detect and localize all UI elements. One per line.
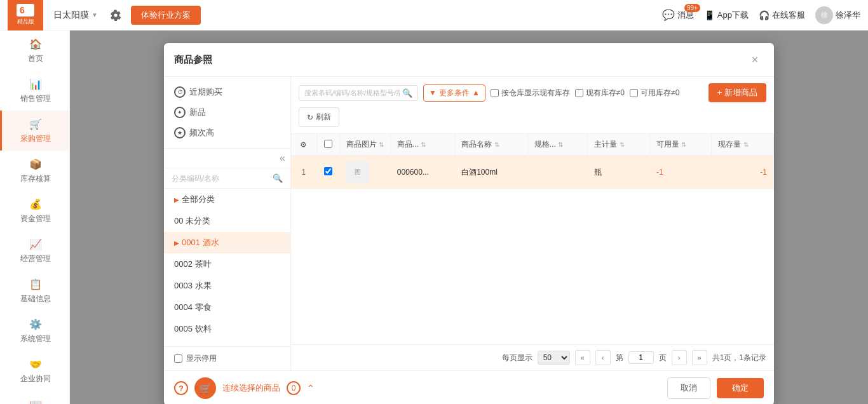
- category-search-icon[interactable]: 🔍: [273, 173, 283, 183]
- confirm-btn[interactable]: 确定: [717, 378, 764, 398]
- product-reference-modal: 商品参照 × ⏱ 近期购买: [164, 43, 774, 404]
- frequent-icon: ★: [174, 127, 186, 138]
- select-all-checkbox[interactable]: [324, 140, 332, 148]
- product-thumbnail: 图: [346, 161, 369, 184]
- product-search-icon[interactable]: 🔍: [402, 88, 412, 98]
- modal-header: 商品参照 ×: [164, 43, 774, 77]
- category-0001-label: 0001 酒水: [182, 237, 219, 248]
- product-stock: -1: [760, 168, 767, 177]
- th-available-label: 可用量: [656, 140, 679, 149]
- sales-icon: 📊: [29, 77, 43, 91]
- modal-close-btn[interactable]: ×: [746, 51, 764, 69]
- th-name-sort-icon[interactable]: ⇅: [494, 141, 499, 148]
- tab-recent-purchase[interactable]: ⏱ 近期购买: [164, 82, 290, 102]
- stock-ne0-checkbox[interactable]: [575, 89, 583, 97]
- finance-icon: 💰: [29, 197, 43, 211]
- available-ne0-checkbox[interactable]: [630, 89, 638, 97]
- sidebar-item-guide[interactable]: 📖 新手引导: [0, 391, 69, 404]
- store-selector[interactable]: 日太阳膜 ▼: [53, 10, 98, 21]
- sidebar-item-finance[interactable]: 💰 资金管理: [0, 191, 69, 231]
- product-table-area: ⚙ 商品图片 ⇅: [291, 134, 774, 344]
- sidebar-item-operations[interactable]: 📈 经营管理: [0, 231, 69, 271]
- tab-recent-label: 近期购买: [189, 86, 222, 98]
- category-0005[interactable]: 0005 饮料: [164, 318, 290, 340]
- online-service-label: 在线客服: [772, 10, 805, 21]
- user-profile[interactable]: 徐 徐泽华: [815, 6, 860, 24]
- th-stock-sort-icon[interactable]: ⇅: [743, 141, 749, 148]
- category-search-input[interactable]: [172, 174, 269, 183]
- row-unit: 瓶: [588, 156, 650, 189]
- page-size-select[interactable]: 20 50 100: [538, 351, 570, 365]
- first-page-btn[interactable]: «: [575, 350, 590, 365]
- sidebar-item-enterprise[interactable]: 🤝 企业协同: [0, 351, 69, 391]
- category-0004[interactable]: 0004 零食: [164, 297, 290, 318]
- footer-collapse-btn[interactable]: ⌃: [307, 383, 315, 393]
- sidebar-item-purchase[interactable]: 🛒 采购管理: [0, 111, 69, 151]
- row-select-checkbox[interactable]: [324, 167, 332, 175]
- experience-btn[interactable]: 体验行业方案: [131, 6, 201, 25]
- category-0002[interactable]: 0002 茶叶: [164, 253, 290, 275]
- page-number-input[interactable]: [628, 351, 654, 364]
- category-0005-label: 0005 饮料: [174, 323, 212, 335]
- show-disabled-label[interactable]: 显示停用: [186, 353, 217, 364]
- th-settings[interactable]: ⚙: [291, 134, 316, 156]
- prev-page-btn[interactable]: ‹: [595, 350, 611, 365]
- page-label-before: 第: [616, 353, 623, 363]
- purchase-icon: 🛒: [29, 117, 43, 131]
- settings-btn[interactable]: [105, 5, 126, 25]
- sidebar-item-basic[interactable]: 📋 基础信息: [0, 271, 69, 311]
- warehouse-stock-checkbox-group[interactable]: 按仓库显示现有库存: [491, 88, 570, 98]
- username: 徐泽华: [836, 10, 860, 21]
- stock-ne0-checkbox-group[interactable]: 现有库存≠0: [575, 88, 625, 98]
- row-image: 图: [339, 156, 390, 189]
- row-checkbox[interactable]: [316, 156, 339, 189]
- refresh-btn[interactable]: ↻ 刷新: [299, 107, 339, 127]
- sidebar-item-sales[interactable]: 📊 销售管理: [0, 71, 69, 111]
- warehouse-stock-label: 按仓库显示现有库存: [501, 88, 570, 98]
- sidebar-item-inventory[interactable]: 📦 库存核算: [0, 151, 69, 191]
- tab-frequent[interactable]: ★ 频次高: [164, 123, 290, 143]
- app-download-btn[interactable]: 📱 App下载: [704, 10, 749, 21]
- page-size-label: 每页显示: [502, 353, 532, 363]
- category-0003[interactable]: 0003 水果: [164, 275, 290, 297]
- show-disabled-checkbox[interactable]: [174, 354, 182, 363]
- category-00[interactable]: 00 未分类: [164, 210, 290, 232]
- warehouse-stock-checkbox[interactable]: [491, 89, 499, 97]
- next-page-btn[interactable]: ›: [672, 350, 687, 365]
- table-row[interactable]: 1 图: [291, 156, 774, 189]
- sidebar-label-purchase: 采购管理: [20, 133, 51, 144]
- product-search-input[interactable]: [304, 88, 400, 97]
- tab-frequent-label: 频次高: [189, 127, 214, 138]
- home-icon: 🏠: [29, 37, 43, 51]
- sidebar-label-system: 系统管理: [20, 333, 51, 344]
- tab-new-products[interactable]: ✦ 新品: [164, 102, 290, 123]
- sidebar-item-system[interactable]: ⚙️ 系统管理: [0, 311, 69, 351]
- th-spec-sort-icon[interactable]: ⇅: [558, 141, 563, 148]
- avatar: 徐: [815, 6, 833, 24]
- category-all[interactable]: ▶ 全部分类: [164, 189, 290, 210]
- category-0001[interactable]: ▶ 0001 酒水: [164, 232, 290, 253]
- cancel-btn[interactable]: 取消: [667, 377, 710, 399]
- more-filter-btn[interactable]: ▼ 更多条件 ▲: [423, 84, 485, 102]
- sidebar-item-home[interactable]: 🏠 首页: [0, 30, 69, 71]
- messages-btn[interactable]: 💬 消息 99+: [662, 9, 694, 21]
- th-unit-sort-icon[interactable]: ⇅: [620, 141, 625, 148]
- available-ne0-checkbox-group[interactable]: 可用库存≠0: [630, 88, 679, 98]
- collapse-left-panel-btn[interactable]: «: [164, 149, 290, 168]
- add-product-btn[interactable]: + 新增商品: [709, 83, 766, 102]
- table-header-row: ⚙ 商品图片 ⇅: [291, 134, 774, 156]
- category-0008[interactable]: 0008 水: [164, 340, 290, 346]
- cart-btn[interactable]: 🛒: [194, 377, 216, 399]
- cart-count-badge: 0: [287, 381, 301, 395]
- guide-icon: 📖: [29, 397, 43, 404]
- modal-footer: ? 🛒 连续选择的商品 0 ⌃ 取消 确定: [164, 370, 774, 404]
- pagination-bar: 每页显示 20 50 100 « ‹ 第 页: [291, 344, 774, 370]
- th-image-sort-icon[interactable]: ⇅: [379, 141, 384, 148]
- last-page-btn[interactable]: »: [692, 350, 707, 365]
- th-code-sort-icon[interactable]: ⇅: [421, 141, 426, 148]
- online-service-btn[interactable]: 🎧 在线客服: [759, 10, 805, 21]
- help-btn[interactable]: ?: [174, 381, 188, 395]
- sidebar-label-enterprise: 企业协同: [20, 374, 51, 384]
- sidebar-label-finance: 资金管理: [20, 213, 51, 224]
- th-available-sort-icon[interactable]: ⇅: [681, 141, 686, 148]
